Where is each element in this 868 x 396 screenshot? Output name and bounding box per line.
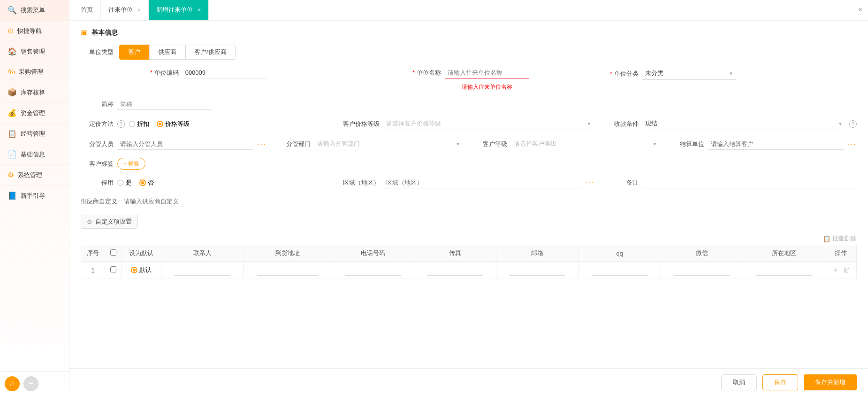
manager-input[interactable]	[117, 139, 253, 150]
gear-icon: ⚙	[87, 218, 92, 225]
tab-new-contact-close[interactable]: ×	[198, 7, 201, 13]
payment-terms-label: 收款条件	[606, 120, 639, 128]
tab-contacts-close[interactable]: ×	[137, 7, 141, 13]
col-default: 设为默认	[121, 245, 161, 262]
select-all-checkbox[interactable]	[110, 249, 116, 256]
disabled-no-circle	[139, 179, 146, 186]
department-select[interactable]: 请输入分管部门 ▼	[314, 138, 464, 150]
row-phone-input[interactable]	[345, 264, 401, 276]
custom-settings-button[interactable]: ⚙ 自定义项设置	[81, 215, 138, 229]
customer-price-level-select[interactable]: 请选择客户价格等级 ▼	[383, 117, 594, 130]
sidebar-item-label: 资金管理	[21, 109, 45, 117]
unit-category-arrow: ▼	[729, 71, 733, 76]
row-add-icon[interactable]: ＋	[832, 266, 838, 273]
sidebar-item-base[interactable]: 📄 基础信息	[0, 144, 69, 165]
cancel-button[interactable]: 取消	[721, 374, 757, 390]
section-title: 基本信息	[91, 29, 118, 37]
unit-name-input[interactable]	[445, 67, 529, 78]
sidebar-item-purchase[interactable]: 🛍 采购管理	[0, 62, 69, 82]
guide-icon: 📘	[8, 191, 17, 200]
row-email-input[interactable]	[509, 264, 565, 276]
unit-btn-supplier[interactable]: 供应商	[149, 45, 185, 60]
sidebar-item-business[interactable]: 📋 经营管理	[0, 124, 69, 144]
customer-level-select[interactable]: 请选择客户等级 ▼	[511, 138, 660, 150]
unit-type-group: 客户 供应商 客户/供应商	[119, 45, 236, 60]
customer-tag-label: 客户标签	[81, 160, 114, 168]
unit-category-select[interactable]: 未分类 ▼	[642, 67, 736, 80]
sidebar-item-label: 采购管理	[19, 68, 43, 76]
remarks-input[interactable]	[642, 177, 857, 188]
disabled-yes-circle	[117, 179, 124, 186]
tab-new-contact[interactable]: 新增往来单位 ×	[149, 0, 209, 20]
disabled-radio-group: 是 否	[117, 179, 154, 187]
payment-terms-help-icon[interactable]: ?	[849, 120, 857, 128]
supplier-custom-input[interactable]	[121, 196, 243, 207]
settlement-unit-field: 结算单位 ···	[671, 139, 857, 150]
row-fax-input[interactable]	[427, 264, 483, 276]
region-input[interactable]	[383, 177, 581, 188]
region-more-btn[interactable]: ···	[585, 179, 594, 187]
unit-category-field: 单位分类 未分类 ▼	[606, 67, 857, 80]
department-arrow: ▼	[456, 141, 460, 147]
row-contact-input[interactable]	[174, 264, 230, 276]
batch-delete-label[interactable]: 批量删除	[832, 234, 857, 243]
row-default: 默认	[121, 262, 161, 279]
save-button[interactable]: 保存	[762, 374, 798, 390]
abbr-input[interactable]	[117, 99, 211, 110]
row-phone	[332, 262, 414, 279]
settlement-unit-input[interactable]	[708, 139, 844, 150]
unit-code-input[interactable]	[183, 67, 267, 78]
disabled-no-label: 否	[148, 179, 154, 187]
row-checkbox-input[interactable]	[110, 266, 116, 272]
region-field: 区域（地区） ···	[343, 177, 594, 188]
sidebar-item-guide[interactable]: 📘 新手引导	[0, 186, 69, 206]
disabled-radio-no[interactable]: 否	[139, 179, 154, 187]
tab-home[interactable]: 首页	[73, 0, 101, 20]
unit-category-label: 单位分类	[606, 70, 639, 78]
customer-tag-row: 客户标签 + 标签	[81, 158, 857, 170]
unit-btn-customer[interactable]: 客户	[119, 45, 149, 60]
settlement-unit-label: 结算单位	[671, 140, 704, 148]
row-default-radio[interactable]: 默认	[124, 266, 159, 274]
pricing-radio-discount[interactable]: 折扣	[129, 120, 149, 128]
sidebar-item-search[interactable]: 🔍 搜索菜单	[0, 0, 69, 21]
manager-more-btn[interactable]: ···	[257, 140, 266, 148]
row-wechat	[661, 262, 743, 279]
row-fax	[414, 262, 496, 279]
sidebar-item-funds[interactable]: 💰 资金管理	[0, 103, 69, 124]
sidebar-home-btn[interactable]: ⌂	[5, 376, 20, 391]
department-label: 分管部门	[278, 140, 311, 148]
row-qq-input[interactable]	[592, 264, 648, 276]
row-address-input[interactable]	[257, 264, 318, 276]
customer-price-level-placeholder: 请选择客户价格等级	[386, 119, 585, 128]
row-actions: ＋ 🗑	[825, 262, 857, 279]
sidebar-item-system[interactable]: ⚙ 系统管理	[0, 165, 69, 186]
row-delete-icon[interactable]: 🗑	[843, 266, 850, 273]
sidebar-item-nav[interactable]: ⊙ 快捷导航	[0, 21, 69, 41]
row-contact	[161, 262, 244, 279]
sidebar-extra-btn[interactable]: ≡	[23, 376, 38, 391]
radio-discount-label: 折扣	[137, 120, 149, 128]
col-address: 到货地址	[244, 245, 332, 262]
pricing-help-icon[interactable]: ?	[117, 120, 125, 128]
pricing-radio-level[interactable]: 价格等级	[157, 120, 190, 128]
unit-btn-both[interactable]: 客户/供应商	[185, 45, 236, 60]
supplier-custom-label: 供应商自定义	[81, 197, 117, 206]
tab-contacts[interactable]: 往来单位 ×	[101, 0, 149, 20]
disabled-radio-yes[interactable]: 是	[117, 179, 132, 187]
row-wechat-input[interactable]	[674, 264, 730, 276]
sidebar: 🔍 搜索菜单 ⊙ 快捷导航 🏠 销售管理 🛍 采购管理 📦 库存核算 💰 资金管…	[0, 0, 69, 396]
search-icon: 🔍	[8, 6, 17, 15]
save-new-button[interactable]: 保存并新增	[804, 374, 857, 390]
row-region-input[interactable]	[756, 264, 812, 276]
nav-icon: ⊙	[8, 26, 14, 35]
col-qq: qq	[579, 245, 661, 262]
settlement-unit-more-btn[interactable]: ···	[848, 140, 857, 148]
window-close-button[interactable]: ×	[858, 6, 862, 14]
sidebar-item-inventory[interactable]: 📦 库存核算	[0, 82, 69, 103]
payment-terms-select[interactable]: 现结 ▼	[642, 117, 845, 130]
customer-price-level-label: 客户价格等级	[343, 120, 380, 128]
sidebar-item-sales[interactable]: 🏠 销售管理	[0, 41, 69, 62]
add-tag-button[interactable]: + 标签	[117, 158, 145, 170]
row-default-circle	[131, 267, 137, 273]
